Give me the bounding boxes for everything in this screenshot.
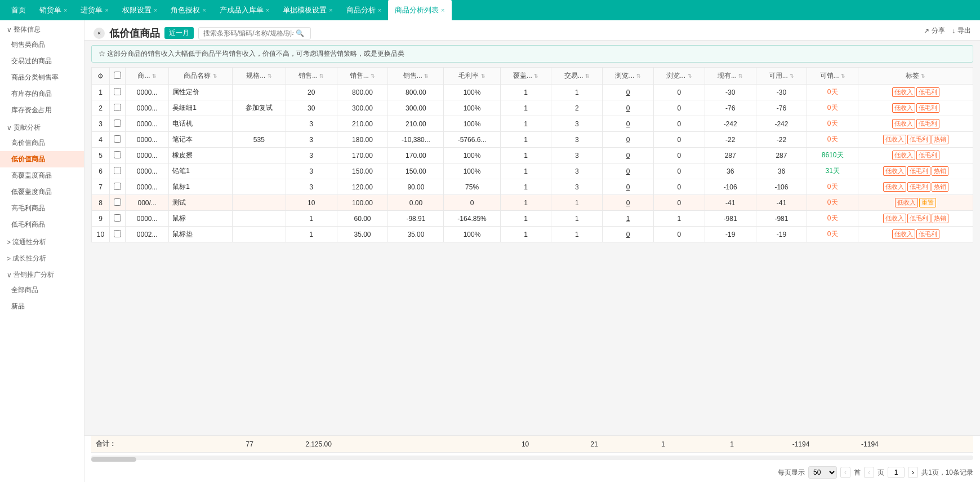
sidebar-item-low-profit[interactable]: 低毛利商品 (0, 216, 84, 233)
col-sellable[interactable]: 可销... ⇅ (807, 68, 858, 85)
time-badge[interactable]: 近一月 (164, 27, 194, 39)
row-select-checkbox[interactable] (114, 167, 121, 174)
nav-purchase[interactable]: 进货单× (74, 0, 115, 20)
row-checkbox[interactable] (110, 116, 126, 132)
page-input[interactable] (888, 467, 905, 478)
row-browse1[interactable]: 0 (603, 227, 654, 242)
search-box[interactable]: 🔍 (198, 27, 311, 39)
sidebar-item-stock-capital[interactable]: 库存资金占用 (0, 102, 84, 118)
col-code[interactable]: 商... ⇅ (126, 68, 169, 85)
row-select-checkbox[interactable] (114, 120, 121, 127)
row-select-checkbox[interactable] (114, 151, 121, 158)
row-browse1[interactable]: 0 (603, 132, 654, 148)
row-checkbox[interactable] (110, 179, 126, 195)
first-page-button[interactable]: ‹ (840, 467, 850, 478)
row-checkbox[interactable] (110, 85, 126, 100)
browse-link[interactable]: 0 (626, 120, 630, 128)
browse-link[interactable]: 0 (626, 199, 630, 207)
browse-link[interactable]: 0 (626, 167, 630, 175)
close-icon[interactable]: × (441, 7, 444, 14)
browse-link[interactable]: 0 (626, 152, 630, 160)
close-icon[interactable]: × (266, 7, 269, 14)
browse-link[interactable]: 1 (626, 215, 630, 223)
row-select-checkbox[interactable] (114, 104, 121, 111)
col-spec[interactable]: 规格... ⇅ (232, 68, 286, 85)
sidebar-item-high-value[interactable]: 高价值商品 (0, 135, 84, 151)
row-checkbox[interactable] (110, 100, 126, 116)
sidebar-item-high-coverage[interactable]: 高覆盖度商品 (0, 167, 84, 184)
col-browse2[interactable]: 浏览... ⇅ (653, 68, 705, 85)
browse-link[interactable]: 0 (626, 104, 630, 112)
checkbox-col-header[interactable] (110, 68, 126, 85)
nav-product-analysis[interactable]: 商品分析× (340, 0, 388, 20)
search-input[interactable] (203, 29, 293, 37)
col-browse1[interactable]: 浏览... ⇅ (603, 68, 654, 85)
row-browse1[interactable]: 0 (603, 85, 654, 100)
row-select-checkbox[interactable] (114, 135, 121, 143)
sidebar-item-stocked-products[interactable]: 有库存的商品 (0, 86, 84, 102)
sidebar-item-low-coverage[interactable]: 低覆盖度商品 (0, 184, 84, 200)
sidebar-item-low-value[interactable]: 低价值商品 (0, 151, 84, 167)
nav-product-instock[interactable]: 产成品入库单× (213, 0, 276, 20)
row-select-checkbox[interactable] (114, 88, 121, 95)
row-browse1[interactable]: 0 (603, 100, 654, 116)
per-page-select[interactable]: 50 100 200 (808, 466, 837, 479)
close-icon[interactable]: × (329, 7, 332, 14)
next-page-button[interactable]: › (908, 467, 918, 478)
row-select-checkbox[interactable] (114, 214, 121, 222)
settings-col-header[interactable]: ⚙ (92, 68, 110, 85)
browse-link[interactable]: 0 (626, 89, 630, 96)
col-coverage[interactable]: 覆盖... ⇅ (500, 68, 551, 85)
row-select-checkbox[interactable] (114, 183, 121, 190)
sidebar-group-title-marketing[interactable]: ∨ 营销推广分析 (0, 266, 84, 282)
row-select-checkbox[interactable] (114, 198, 121, 206)
row-browse1[interactable]: 0 (603, 116, 654, 132)
nav-sales[interactable]: 销货单× (33, 0, 74, 20)
sidebar-group-title-growth[interactable]: > 成长性分析 (0, 249, 84, 266)
close-icon[interactable]: × (154, 7, 157, 14)
row-browse1[interactable]: 0 (603, 148, 654, 163)
nav-permissions[interactable]: 权限设置× (115, 0, 164, 20)
browse-link[interactable]: 0 (626, 136, 630, 144)
row-browse1[interactable]: 0 (603, 195, 654, 211)
row-checkbox[interactable] (110, 227, 126, 242)
close-icon[interactable]: × (105, 7, 108, 14)
sidebar-item-category-sales-rate[interactable]: 商品分类销售率 (0, 69, 84, 86)
sidebar-item-traded-products[interactable]: 交易过的商品 (0, 53, 84, 69)
sidebar-group-title-circulation[interactable]: > 流通性分析 (0, 233, 84, 249)
col-name[interactable]: 商品名称 ⇅ (169, 68, 233, 85)
nav-home[interactable]: 首页 (5, 0, 33, 20)
nav-product-analysis-list[interactable]: 商品分析列表× (388, 0, 451, 20)
col-trade[interactable]: 交易... ⇅ (551, 68, 603, 85)
row-browse1[interactable]: 0 (603, 179, 654, 195)
browse-link[interactable]: 0 (626, 183, 630, 191)
col-s2[interactable]: 销售... ⇅ (337, 68, 388, 85)
row-checkbox[interactable] (110, 211, 126, 227)
row-select-checkbox[interactable] (114, 230, 121, 237)
close-icon[interactable]: × (202, 7, 206, 14)
nav-template-settings[interactable]: 单据模板设置× (276, 0, 339, 20)
row-checkbox[interactable] (110, 163, 126, 179)
share-button[interactable]: ↗ 分享 (924, 26, 945, 36)
select-all-checkbox[interactable] (114, 72, 121, 79)
export-button[interactable]: ↓ 导出 (952, 26, 971, 36)
col-s1[interactable]: 销售... ⇅ (286, 68, 337, 85)
sidebar-item-sales-products[interactable]: 销售类商品 (0, 37, 84, 53)
sidebar-collapse-button[interactable]: « (93, 28, 105, 39)
col-s3[interactable]: 销售... ⇅ (388, 68, 444, 85)
col-available[interactable]: 可用... ⇅ (756, 68, 807, 85)
col-current[interactable]: 现有... ⇅ (705, 68, 756, 85)
close-icon[interactable]: × (378, 7, 381, 14)
sidebar-item-high-profit[interactable]: 高毛利商品 (0, 200, 84, 216)
browse-link[interactable]: 0 (626, 231, 630, 238)
col-tags[interactable]: 标签 ⇅ (858, 68, 973, 85)
sidebar-group-title-contribution[interactable]: ∨ 贡献分析 (0, 118, 84, 135)
prev-page-button[interactable]: ‹ (864, 467, 874, 478)
row-checkbox[interactable] (110, 195, 126, 211)
sidebar-group-title-overall[interactable]: ∨ 整体信息 (0, 20, 84, 37)
sidebar-item-all-products[interactable]: 全部商品 (0, 282, 84, 298)
row-checkbox[interactable] (110, 132, 126, 148)
row-checkbox[interactable] (110, 148, 126, 163)
nav-role-auth[interactable]: 角色授权× (164, 0, 212, 20)
close-icon[interactable]: × (64, 7, 67, 14)
